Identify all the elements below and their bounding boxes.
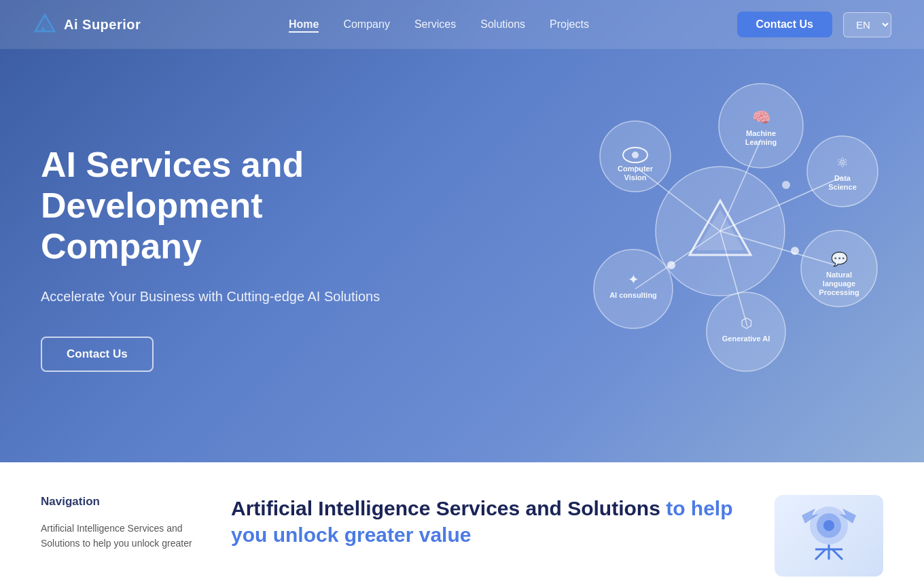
svg-text:Generative AI: Generative AI: [722, 334, 770, 343]
sidebar-title: Navigation: [41, 495, 204, 509]
navbar: ▲ Ai Superior Home Company Services Solu…: [0, 0, 924, 49]
main-content-title: Artificial Intelligence Services and Sol…: [231, 495, 747, 548]
svg-point-17: [632, 152, 639, 158]
svg-text:Science: Science: [828, 183, 857, 191]
svg-text:▲: ▲: [39, 24, 47, 32]
logo[interactable]: ▲ Ai Superior: [33, 12, 141, 37]
nav-item-home[interactable]: Home: [289, 18, 319, 31]
svg-point-10: [791, 247, 799, 255]
svg-text:AI consulting: AI consulting: [609, 291, 657, 299]
hero-subtitle: Accelerate Your Business with Cutting-ed…: [41, 286, 421, 307]
svg-text:Vision: Vision: [624, 173, 647, 182]
hero-title: AI Services and Development Company: [41, 145, 421, 267]
sidebar-desc: Artificial Intelligence Services and Sol…: [41, 521, 204, 551]
logo-text: Ai Superior: [64, 17, 141, 33]
nav-link-company[interactable]: Company: [343, 18, 389, 30]
bottom-section: Navigation Artificial Intelligence Servi…: [0, 462, 924, 577]
svg-text:💬: 💬: [831, 251, 848, 267]
logo-icon: ▲: [33, 12, 57, 37]
svg-text:Machine: Machine: [746, 129, 776, 137]
svg-line-43: [815, 549, 825, 560]
svg-point-33: [707, 292, 785, 371]
nav-item-company[interactable]: Company: [343, 18, 389, 31]
main-title-part1: Artificial Intelligence Services and Sol…: [231, 497, 666, 519]
nav-sidebar: Navigation Artificial Intelligence Servi…: [41, 495, 204, 577]
diagram-svg: Computer Vision 🧠 Machine Learning ⚛ Dat…: [530, 54, 910, 408]
nav-contact-button[interactable]: Contact Us: [737, 12, 832, 37]
svg-text:language: language: [823, 279, 855, 288]
nav-link-solutions[interactable]: Solutions: [480, 18, 525, 30]
nav-links: Home Company Services Solutions Projects: [289, 18, 589, 31]
svg-text:✦: ✦: [628, 272, 639, 287]
svg-text:Learning: Learning: [745, 138, 777, 146]
nav-item-services[interactable]: Services: [414, 18, 456, 31]
nav-link-projects[interactable]: Projects: [550, 18, 589, 30]
language-select[interactable]: EN DE: [843, 12, 891, 37]
side-illustration: [781, 495, 876, 577]
svg-text:Computer: Computer: [618, 165, 654, 173]
svg-text:Processing: Processing: [819, 288, 859, 296]
svg-text:🧠: 🧠: [752, 108, 771, 126]
nav-item-projects[interactable]: Projects: [550, 18, 589, 31]
hero-content: AI Services and Development Company Acce…: [41, 145, 421, 371]
svg-point-36: [594, 250, 673, 328]
svg-point-11: [782, 181, 790, 189]
svg-text:⬡: ⬡: [741, 315, 752, 330]
nav-right: Contact Us EN DE: [737, 12, 891, 37]
side-image: [775, 495, 883, 577]
svg-text:Data: Data: [834, 174, 851, 182]
svg-line-44: [832, 549, 842, 560]
svg-text:Natural: Natural: [826, 271, 852, 279]
hero-contact-button[interactable]: Contact Us: [41, 337, 154, 372]
nav-item-solutions[interactable]: Solutions: [480, 18, 525, 31]
svg-point-45: [823, 520, 834, 531]
hero-section: AI Services and Development Company Acce…: [0, 0, 924, 462]
hero-diagram: Computer Vision 🧠 Machine Learning ⚛ Dat…: [530, 54, 910, 408]
svg-point-24: [807, 136, 878, 207]
main-content: Artificial Intelligence Services and Sol…: [231, 495, 747, 577]
svg-text:⚛: ⚛: [836, 155, 849, 170]
nav-link-services[interactable]: Services: [414, 18, 456, 30]
svg-point-20: [719, 84, 803, 168]
nav-link-home[interactable]: Home: [289, 18, 319, 33]
